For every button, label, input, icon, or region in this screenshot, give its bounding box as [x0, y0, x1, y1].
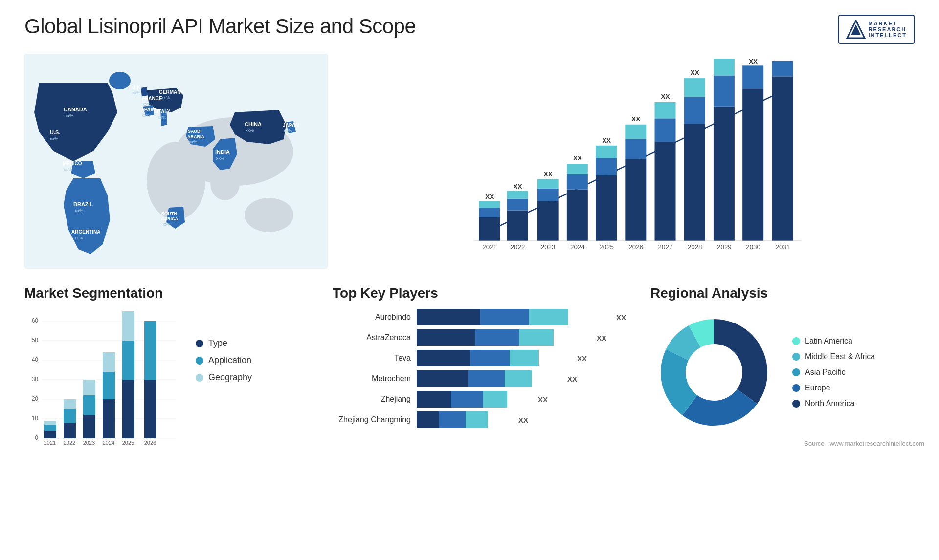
svg-rect-115 [64, 409, 76, 423]
svg-text:2027: 2027 [658, 243, 673, 251]
svg-point-138 [686, 344, 742, 400]
player-value-aurobindo: XX [616, 313, 626, 322]
legend-geography-label: Geography [208, 372, 252, 383]
svg-rect-92 [772, 76, 793, 240]
svg-rect-59 [567, 174, 588, 190]
legend-europe: Europe [792, 384, 875, 392]
svg-text:2023: 2023 [541, 243, 556, 251]
svg-rect-88 [742, 89, 763, 241]
svg-rect-118 [83, 415, 95, 438]
svg-rect-55 [537, 179, 559, 189]
page-title: Global Lisinopril API Market Size and Sc… [24, 15, 416, 38]
svg-rect-126 [122, 380, 134, 438]
svg-text:40: 40 [32, 356, 39, 363]
player-row-metrochem: Metrochem XX [333, 370, 626, 387]
legend-type: Type [196, 338, 252, 348]
player-value-zhejiang-changming: XX [518, 416, 528, 424]
seg-chart-container: 0 10 20 30 40 50 60 [24, 309, 308, 446]
legend-middle-east-africa-dot [792, 353, 800, 361]
svg-text:INDIA: INDIA [215, 149, 230, 155]
legend-application: Application [196, 355, 252, 366]
svg-rect-80 [684, 78, 705, 97]
svg-text:SAUDI: SAUDI [188, 129, 201, 134]
svg-rect-45 [479, 201, 500, 208]
svg-rect-127 [122, 341, 134, 380]
svg-rect-89 [742, 65, 763, 89]
svg-text:2024: 2024 [570, 243, 585, 251]
world-map-section: CANADA xx% U.S. xx% MEXICO xx% BRAZIL xx… [24, 54, 328, 276]
svg-rect-84 [714, 75, 735, 106]
svg-text:ITALY: ITALY [157, 109, 171, 114]
svg-rect-85 [714, 59, 735, 75]
svg-text:xx%: xx% [64, 167, 72, 172]
player-name-aurobindo: Aurobindo [333, 313, 411, 322]
page-container: Global Lisinopril API Market Size and Sc… [0, 0, 939, 560]
svg-rect-43 [479, 217, 500, 241]
player-row-astrazeneca: AstraZeneca XX [333, 329, 626, 346]
bottom-row: Market Segmentation 0 10 20 30 40 50 60 [24, 285, 915, 447]
header: Global Lisinopril API Market Size and Sc… [24, 15, 915, 44]
svg-text:CHINA: CHINA [245, 121, 262, 127]
svg-text:SPAIN: SPAIN [141, 107, 156, 112]
svg-point-5 [245, 198, 293, 232]
svg-text:XX: XX [778, 59, 787, 60]
svg-rect-83 [714, 106, 735, 240]
svg-text:ARABIA: ARABIA [187, 134, 204, 139]
svg-text:xx%: xx% [284, 129, 292, 133]
svg-text:XX: XX [661, 93, 670, 100]
svg-text:2030: 2030 [746, 243, 760, 251]
growth-chart-svg: XX 2021 XX 2022 XX 2023 XX 2024 [342, 59, 915, 269]
svg-text:50: 50 [32, 337, 39, 344]
svg-rect-112 [44, 421, 56, 425]
svg-text:2024: 2024 [103, 440, 114, 446]
legend-asia-pacific: Asia Pacific [792, 368, 875, 377]
svg-text:2026: 2026 [144, 440, 156, 446]
player-bar-metrochem: XX [417, 370, 626, 387]
svg-text:xx%: xx% [163, 222, 171, 227]
svg-text:xx%: xx% [158, 115, 166, 120]
legend-latin-america-dot [792, 337, 800, 345]
svg-rect-74 [655, 118, 676, 142]
regional-analysis-title: Regional Analysis [650, 285, 924, 301]
player-name-teva: Teva [333, 354, 411, 363]
legend-type-label: Type [208, 338, 227, 348]
player-name-zhejiang: Zhejiang [333, 395, 411, 404]
svg-text:2031: 2031 [775, 243, 790, 251]
svg-text:xx%: xx% [189, 139, 197, 144]
svg-text:XX: XX [691, 69, 699, 76]
svg-rect-75 [655, 102, 676, 118]
svg-rect-119 [83, 395, 95, 415]
player-value-astrazeneca: XX [597, 334, 606, 342]
top-row: CANADA xx% U.S. xx% MEXICO xx% BRAZIL xx… [24, 54, 915, 276]
svg-rect-63 [596, 175, 617, 241]
player-bar-zhejiang: XX [417, 391, 626, 408]
player-name-metrochem: Metrochem [333, 374, 411, 383]
svg-rect-60 [567, 164, 588, 174]
svg-text:XX: XX [631, 115, 640, 123]
svg-text:XX: XX [720, 59, 729, 60]
svg-text:MEXICO: MEXICO [63, 161, 82, 166]
regional-analysis: Regional Analysis [650, 285, 924, 447]
svg-rect-93 [772, 61, 793, 77]
svg-text:U.S.: U.S. [50, 129, 60, 135]
top-key-players: Top Key Players Aurobindo XX [323, 285, 636, 447]
legend-middle-east-africa: Middle East & Africa [792, 352, 875, 361]
svg-text:XX: XX [749, 59, 758, 65]
svg-rect-114 [64, 423, 76, 438]
svg-text:XX: XX [544, 171, 553, 178]
svg-text:2021: 2021 [482, 243, 497, 251]
svg-text:2025: 2025 [122, 440, 134, 446]
svg-text:xx%: xx% [65, 113, 73, 118]
svg-rect-50 [507, 191, 528, 198]
svg-rect-79 [684, 97, 705, 124]
svg-text:2023: 2023 [83, 440, 95, 446]
svg-text:JAPAN: JAPAN [283, 123, 299, 128]
svg-rect-123 [103, 372, 115, 399]
svg-text:2021: 2021 [44, 440, 56, 446]
svg-text:AFRICA: AFRICA [161, 216, 178, 221]
svg-rect-122 [103, 399, 115, 438]
svg-rect-68 [625, 159, 646, 240]
svg-text:2022: 2022 [64, 440, 75, 446]
legend-latin-america-label: Latin America [805, 337, 852, 345]
svg-text:CANADA: CANADA [64, 107, 87, 112]
